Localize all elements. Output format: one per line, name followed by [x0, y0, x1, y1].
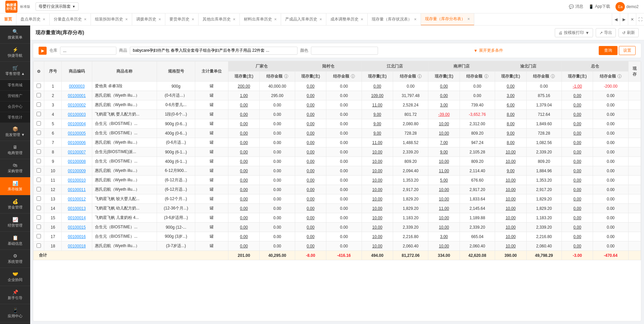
row-jb-stock[interactable]: 10.00 — [362, 232, 393, 241]
row-checkbox[interactable] — [37, 206, 41, 210]
row-select[interactable] — [34, 157, 44, 166]
row-select[interactable] — [34, 100, 44, 110]
row-total-stock[interactable]: 0.00 — [561, 204, 593, 213]
close-icon[interactable]: ✕ — [467, 17, 470, 21]
close-icon[interactable]: ✕ — [192, 17, 194, 21]
row-hill-stock[interactable]: 0.00 — [295, 232, 326, 241]
tab-next-btn[interactable]: ▶ — [620, 13, 628, 26]
row-yb-stock[interactable]: 10.00 — [495, 241, 526, 251]
sidebar-item-shortcut[interactable]: ⚡ 快捷导航 — [0, 44, 30, 62]
row-hill-stock[interactable]: 0.00 — [295, 100, 326, 110]
row-na-stock[interactable]: 10.00 — [428, 194, 460, 204]
row-code[interactable]: 00100009 — [62, 166, 92, 176]
row-yb-stock[interactable]: 10.00 — [495, 223, 526, 232]
row-total-stock[interactable]: 0.00 — [561, 194, 593, 204]
info-icon[interactable]: i — [484, 74, 488, 78]
row-select[interactable] — [34, 176, 44, 185]
row-jb-stock[interactable]: 10.00 — [362, 204, 393, 213]
sidebar-item-search[interactable]: 🔍 搜索英单 — [0, 26, 30, 44]
row-select[interactable] — [34, 119, 44, 129]
row-checkbox[interactable] — [37, 243, 41, 248]
tab-close-btn[interactable]: ✕ — [628, 13, 636, 26]
setting-btn[interactable]: 设置 — [619, 46, 636, 55]
row-na-stock[interactable]: 10.00 — [428, 213, 460, 223]
row-hill-stock[interactable]: 0.00 — [295, 91, 326, 100]
row-yb-stock[interactable]: 10.00 — [495, 213, 526, 223]
row-checkbox[interactable] — [37, 225, 41, 229]
row-hill-stock[interactable]: 0.00 — [295, 241, 326, 251]
info-icon[interactable]: i — [618, 74, 622, 78]
row-hill-stock[interactable]: 0.00 — [295, 223, 326, 232]
row-factory-stock[interactable]: 0.00 — [228, 138, 260, 147]
row-total-stock[interactable]: 0.00 — [561, 138, 593, 147]
row-select[interactable] — [34, 129, 44, 138]
row-code[interactable]: 00100010 — [62, 176, 92, 185]
row-hill-stock[interactable]: 0.00 — [295, 147, 326, 157]
close-icon[interactable]: ✕ — [84, 17, 87, 21]
row-total-stock[interactable]: 0.00 — [561, 91, 593, 100]
row-jb-stock[interactable]: 10.00 — [362, 194, 393, 204]
tab-product-in[interactable]: 产成品入库单历史 ✕ — [281, 13, 326, 26]
row-na-stock[interactable]: 0.00 — [428, 91, 460, 100]
row-total-stock[interactable]: 0.00 — [561, 129, 593, 138]
sidebar-sub-member-center[interactable]: 会员中心 — [0, 101, 30, 112]
row-code[interactable]: 00100014 — [62, 213, 92, 223]
row-select[interactable] — [34, 223, 44, 232]
row-jb-stock[interactable]: 10.00 — [362, 241, 393, 251]
row-checkbox[interactable] — [37, 121, 41, 126]
row-select[interactable] — [34, 82, 44, 91]
row-hill-stock[interactable]: 0.00 — [295, 194, 326, 204]
row-jb-stock[interactable]: 10.00 — [362, 213, 393, 223]
row-na-stock[interactable]: 10.00 — [428, 223, 460, 232]
row-hill-stock[interactable]: 0.00 — [295, 185, 326, 194]
row-factory-stock[interactable]: 200.00 — [228, 82, 260, 91]
row-factory-stock[interactable]: 0.00 — [228, 157, 260, 166]
row-factory-stock[interactable]: 0.00 — [228, 185, 260, 194]
row-total-stock[interactable]: 0.00 — [561, 119, 593, 129]
row-code[interactable]: 00100015 — [62, 223, 92, 232]
row-yb-stock[interactable]: 9.00 — [495, 166, 526, 176]
row-na-stock[interactable]: 10.00 — [428, 241, 460, 251]
row-factory-stock[interactable]: 0.00 — [228, 110, 260, 119]
sidebar-item-retail[interactable]: 🛒 零售管理 ▲ — [0, 62, 30, 80]
row-total-stock[interactable]: 0.00 — [561, 147, 593, 157]
row-factory-stock[interactable]: 0.00 — [228, 166, 260, 176]
app-download-btn[interactable]: 📱 App下载 — [589, 4, 610, 9]
row-select[interactable] — [34, 194, 44, 204]
row-checkbox[interactable] — [37, 112, 41, 116]
row-na-stock[interactable]: 10.00 — [428, 185, 460, 194]
row-hill-stock[interactable]: 0.00 — [295, 213, 326, 223]
search-btn[interactable]: 查询 — [599, 46, 618, 55]
row-yb-stock[interactable]: 10.00 — [495, 176, 526, 185]
row-na-stock[interactable]: 11.00 — [428, 204, 460, 213]
row-checkbox[interactable] — [37, 159, 41, 163]
row-na-stock[interactable]: 10.00 — [428, 157, 460, 166]
row-na-stock[interactable]: 0.00 — [428, 82, 460, 91]
sidebar-sub-marketing[interactable]: 营销推广 — [0, 91, 30, 101]
row-checkbox[interactable] — [37, 140, 41, 144]
row-total-stock[interactable]: 0.00 — [561, 213, 593, 223]
sidebar-item-finance[interactable]: 💰 资金管理 — [0, 195, 30, 214]
sidebar-item-wholesale[interactable]: 📦 批发管理 ▼ — [0, 123, 30, 141]
toggle-btn[interactable]: ▶ — [39, 47, 47, 55]
row-total-stock[interactable]: 0.00 — [561, 241, 593, 251]
info-icon[interactable]: i — [418, 74, 422, 78]
row-jb-stock[interactable]: 9.00 — [362, 119, 393, 129]
row-total-stock[interactable]: 0.00 — [561, 157, 593, 166]
industry-selector[interactable]: 母婴行业演示陈套 ▼ — [36, 2, 78, 11]
row-yb-stock[interactable]: 10.00 — [495, 194, 526, 204]
goods-input[interactable] — [130, 47, 298, 55]
row-code[interactable]: 00100016 — [62, 232, 92, 241]
row-code[interactable]: 00100011 — [62, 185, 92, 194]
row-jb-stock[interactable]: 10.00 — [362, 166, 393, 176]
tab-home[interactable]: 首页 — [0, 13, 16, 26]
close-icon[interactable]: ✕ — [43, 17, 45, 21]
row-checkbox[interactable] — [37, 149, 41, 154]
row-hill-stock[interactable]: 0.00 — [295, 176, 326, 185]
tab-other-out[interactable]: 其他出库单历史 ✕ — [199, 13, 240, 26]
row-factory-stock[interactable]: 0.00 — [228, 194, 260, 204]
row-na-stock[interactable]: 7.00 — [428, 138, 460, 147]
row-jb-stock[interactable]: 9.00 — [362, 110, 393, 119]
row-code[interactable]: 00100008 — [62, 157, 92, 166]
row-yb-stock[interactable]: 0.00 — [495, 82, 526, 91]
